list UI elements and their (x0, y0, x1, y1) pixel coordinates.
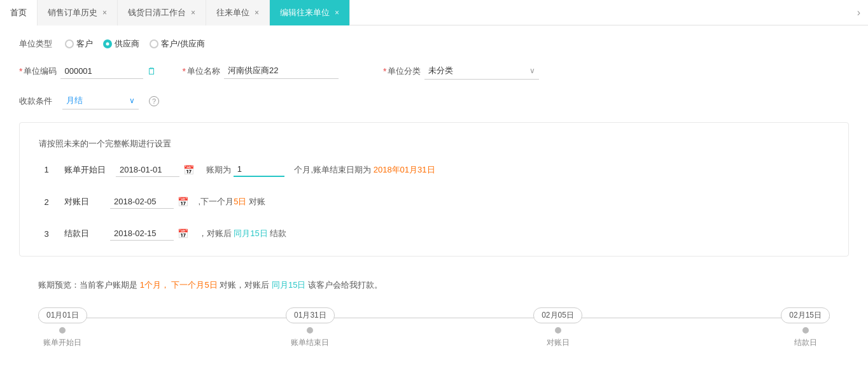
row-3-suffix: ，对账后 同月15日 结款 (196, 228, 286, 239)
unit-type-row: 单位类型 客户 供应商 客户/供应商 (19, 38, 849, 50)
tab-close-cash-work[interactable]: × (191, 8, 195, 17)
timeline-item-4: 02月15日 结款日 (781, 307, 830, 348)
radio-circle-customer-supplier (150, 39, 158, 48)
preview-part5: 该客户会给我打款。 (308, 280, 382, 290)
tab-partner[interactable]: 往来单位× (206, 0, 270, 25)
radio-customer-supplier[interactable]: 客户/供应商 (150, 38, 205, 50)
timeline-badge-2: 01月31日 (286, 307, 335, 323)
required-star-code: * (19, 66, 22, 76)
row-num-3: 3 (39, 229, 54, 239)
timeline-label-1: 账单开始日 (43, 337, 81, 348)
start-date-input[interactable] (116, 163, 179, 177)
timeline-label-4: 结款日 (794, 337, 817, 348)
radio-customer[interactable]: 客户 (65, 38, 93, 50)
start-date-calendar-icon[interactable]: 📅 (183, 165, 194, 175)
unit-category-chevron-icon: ∨ (529, 66, 535, 75)
timeline-badge-1: 01月01日 (38, 307, 87, 323)
reconcile-date-input[interactable] (110, 195, 174, 209)
timeline-item-1: 01月01日 账单开始日 (38, 307, 87, 348)
unit-code-group: * 单位编码 🗒 (19, 64, 157, 79)
preview-section: 账期预览：当前客户账期是 1个月， 下一个月5日 对账，对账后 同月15日 该客… (19, 269, 849, 301)
settings-panel: 请按照未来的一个完整帐期进行设置 1 账单开始日 📅 账期为 个月,账单结束日期… (19, 122, 849, 257)
unit-type-radio-group: 客户 供应商 客户/供应商 (65, 38, 205, 50)
tab-label-cash-work: 钱货日清工作台 (128, 7, 186, 18)
payment-condition-value: 月结 (66, 95, 125, 106)
tab-close-partner[interactable]: × (255, 8, 259, 17)
preview-part2: 下一个月5日 (171, 280, 217, 290)
preview-label: 账期预览：当前客户账期是 (38, 280, 137, 290)
payment-condition-select[interactable]: 月结 ∨ (62, 92, 139, 109)
panel-row-1: 1 账单开始日 📅 账期为 个月,账单结束日期为 2018年01月31日 (39, 162, 829, 177)
tab-close-sales-order-history[interactable]: × (102, 8, 107, 17)
payment-condition-label: 收款条件 (19, 95, 52, 107)
timeline-dot-1 (59, 327, 66, 334)
unit-name-input[interactable] (224, 64, 339, 79)
unit-category-label: 单位分类 (388, 66, 421, 77)
payment-help-icon[interactable]: ? (149, 96, 159, 106)
payment-condition-chevron-icon: ∨ (129, 96, 135, 105)
preview-part3: 对账，对账后 (220, 280, 269, 290)
panel-title: 请按照未来的一个完整帐期进行设置 (39, 138, 829, 150)
tab-cash-work[interactable]: 钱货日清工作台× (118, 0, 206, 25)
tab-edit-partner[interactable]: 编辑往来单位× (270, 0, 350, 25)
tab-close-edit-partner[interactable]: × (335, 8, 339, 17)
unit-type-label: 单位类型 (19, 38, 52, 50)
tab-more-button[interactable]: › (850, 0, 868, 25)
period-months-input[interactable] (234, 162, 284, 177)
row-label-1: 账单开始日 (64, 164, 106, 176)
unit-code-label: 单位编码 (24, 66, 57, 77)
tab-label-partner: 往来单位 (216, 7, 249, 18)
unit-code-file-icon[interactable]: 🗒 (147, 66, 157, 76)
required-star-name: * (182, 66, 185, 76)
preview-part4: 同月15日 (272, 280, 305, 290)
timeline-dot-4 (802, 327, 809, 334)
timeline-item-2: 01月31日 账单结束日 (286, 307, 335, 348)
main-content: 单位类型 客户 供应商 客户/供应商 * 单位编码 🗒 * 单位名称 (0, 25, 868, 387)
row-num-1: 1 (39, 165, 54, 174)
tab-bar: 首页销售订单历史×钱货日清工作台×往来单位×编辑往来单位× › (0, 0, 868, 25)
unit-name-group: * 单位名称 (182, 64, 338, 79)
unit-category-group: * 单位分类 未分类 ∨ (383, 62, 539, 80)
unit-info-row: * 单位编码 🗒 * 单位名称 * 单位分类 未分类 ∨ (19, 62, 849, 80)
required-star-category: * (383, 66, 386, 76)
reconcile-day-display: 5日 (234, 197, 246, 206)
radio-supplier[interactable]: 供应商 (103, 38, 139, 50)
tab-label-home: 首页 (10, 7, 27, 18)
row-label-2: 对账日 (64, 196, 100, 208)
end-date-display: 2018年01月31日 (374, 165, 435, 174)
payment-condition-row: 收款条件 月结 ∨ ? (19, 92, 849, 109)
payment-day-display: 同月15日 (234, 229, 267, 238)
radio-label-customer: 客户 (76, 38, 93, 50)
radio-label-supplier: 供应商 (115, 38, 139, 50)
radio-circle-supplier (103, 39, 112, 48)
row-1-suffix: 账期为 (202, 164, 234, 176)
payment-date-calendar-icon[interactable]: 📅 (178, 229, 188, 239)
timeline-label-2: 账单结束日 (291, 337, 329, 348)
row-num-2: 2 (39, 197, 54, 207)
radio-label-customer-supplier: 客户/供应商 (161, 38, 205, 50)
timeline-dot-3 (555, 327, 561, 334)
row-2-suffix: ,下一个月5日 对账 (196, 196, 265, 208)
payment-date-input[interactable] (110, 227, 174, 241)
timeline-items: 01月01日 账单开始日 01月31日 账单结束日 02月05日 对账日 02月… (38, 307, 830, 348)
row-label-3: 结款日 (64, 228, 100, 239)
tab-label-sales-order-history: 销售订单历史 (48, 7, 97, 18)
tab-sales-order-history[interactable]: 销售订单历史× (38, 0, 118, 25)
timeline-dot-2 (307, 327, 313, 334)
tab-home[interactable]: 首页 (0, 0, 38, 25)
unit-code-input[interactable] (60, 64, 143, 79)
timeline-section: 01月01日 账单开始日 01月31日 账单结束日 02月05日 对账日 02月… (19, 301, 849, 361)
unit-category-select[interactable]: 未分类 ∨ (424, 62, 539, 80)
timeline-label-3: 对账日 (547, 337, 570, 348)
timeline-badge-3: 02月05日 (533, 307, 582, 323)
reconcile-date-calendar-icon[interactable]: 📅 (178, 197, 188, 207)
tab-label-edit-partner: 编辑往来单位 (280, 7, 330, 18)
preview-part1: 1个月， (140, 280, 169, 290)
panel-row-2: 2 对账日 📅 ,下一个月5日 对账 (39, 195, 829, 209)
panel-row-3: 3 结款日 📅 ，对账后 同月15日 结款 (39, 227, 829, 241)
timeline-badge-4: 02月15日 (781, 307, 830, 323)
timeline-item-3: 02月05日 对账日 (533, 307, 582, 348)
unit-name-label: 单位名称 (187, 66, 220, 77)
unit-category-value: 未分类 (428, 65, 526, 76)
radio-circle-customer (65, 39, 74, 48)
